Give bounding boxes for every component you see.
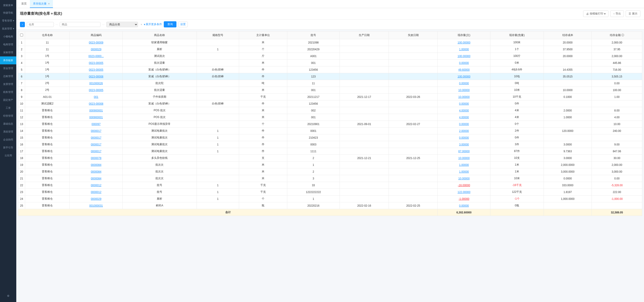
tab-close-icon[interactable]: ✕ [48, 3, 50, 5]
cell-code-23[interactable]: 0000029 [70, 196, 122, 202]
cell-name-3: 批次适量 [122, 60, 196, 66]
settings-gear-icon[interactable]: ⚙ [5, 292, 11, 299]
sidebar-search[interactable]: 搜索菜单 [0, 2, 16, 9]
cell-code-12[interactable]: 000097 [70, 121, 122, 127]
warehouse-input[interactable] [27, 22, 54, 27]
cell-code-21[interactable]: 0000012 [70, 182, 122, 189]
cell-qty-main-17[interactable]: 10.00000 [438, 155, 490, 162]
cell-amount-9 [592, 100, 642, 107]
cell-qty-main-7[interactable]: 10.00000 [438, 87, 490, 94]
cell-code-10[interactable]: 000900001 [70, 107, 122, 114]
cell-code-16[interactable]: 0000017 [70, 148, 122, 155]
cell-code-3[interactable]: 0023-00005 [70, 60, 122, 66]
cell-qty-sub-15: 3件 [490, 141, 544, 148]
cell-qty-main-2[interactable]: 100.00000 [438, 53, 490, 60]
cell-code-22[interactable]: 0000012 [70, 189, 122, 196]
tab-home[interactable]: 首页 [18, 0, 30, 8]
cell-seq-0: 1 [18, 39, 25, 46]
cell-qty-main-12[interactable]: 0.00000 [438, 121, 490, 127]
cell-qty-main-24[interactable]: 0.00000 [438, 202, 490, 209]
cell-code-7[interactable]: 0023-00005 [70, 87, 122, 94]
sidebar-item-wholesale[interactable]: 批发管理 ▾ [0, 25, 16, 33]
cell-qty-main-0[interactable]: 100.00000 [438, 39, 490, 46]
sidebar-item-ecom[interactable]: 电商管理 [0, 41, 16, 49]
cell-qty-main-14[interactable]: 0.00000 [438, 134, 490, 141]
sidebar-item-cloud[interactable]: 云应用 [0, 152, 16, 160]
cell-qty-main-3[interactable]: 0.00000 [438, 60, 490, 66]
cell-code-4[interactable]: 0023-00005 [70, 66, 122, 73]
cell-prod-date-11 [340, 114, 389, 121]
sidebar-item-small-ecom[interactable]: 小额电商 [0, 33, 16, 41]
sidebar-item-purchase[interactable]: 采购管理 [0, 49, 16, 56]
cell-qty-main-20[interactable]: 10.00000 [438, 175, 490, 182]
sidebar-item-basic-info[interactable]: 基础信息 [0, 120, 16, 128]
sidebar-item-finance[interactable]: 资金管理 [0, 64, 16, 72]
sidebar-item-ops[interactable]: 经营管理 [0, 112, 16, 120]
cell-code-17[interactable]: 0000078 [70, 155, 122, 162]
cell-qty-main-1[interactable]: 1.00000 [438, 46, 490, 53]
cell-code-11[interactable]: 000900001 [70, 114, 122, 121]
cell-code-9[interactable]: 0023-00008 [70, 100, 122, 107]
export-button[interactable]: ↑ 导出 [610, 11, 624, 17]
cell-code-8[interactable]: 001 [70, 94, 122, 100]
cell-code-0[interactable]: 0023-00009 [70, 39, 122, 46]
cell-qty-main-11[interactable]: 4.00000 [438, 114, 490, 121]
cell-qty-main-8[interactable]: 10.00000 [438, 94, 490, 100]
cell-code-24[interactable]: 001000031 [70, 202, 122, 209]
cell-qty-main-19[interactable]: 1.00000 [438, 168, 490, 175]
sidebar-item-payroll[interactable]: 工资 [0, 104, 16, 112]
cell-qty-main-4[interactable]: 49.60000 [438, 66, 490, 73]
cell-name-9: 富减（白色/奶棒） [122, 100, 196, 107]
search-button[interactable]: 查询 [164, 21, 176, 27]
cell-code-20[interactable]: 0000084 [70, 175, 122, 182]
th-batch: 批号 [287, 32, 340, 39]
setting-button[interactable]: 设置 [178, 22, 188, 27]
cell-amount-5: 3,505.15 [592, 73, 642, 80]
sidebar-item-retail[interactable]: 零售管理 ▾ [0, 17, 16, 25]
cell-seq-16: 17 [18, 148, 25, 155]
cell-qty-main-13[interactable]: 2.00000 [438, 127, 490, 134]
cell-qty-main-16[interactable]: 87.00000 [438, 148, 490, 155]
cell-qty-main-18[interactable]: 1.00000 [438, 162, 490, 168]
cell-code-1[interactable]: 0000029 [70, 46, 122, 53]
sidebar-item-fixed-assets[interactable]: 固定资产 [0, 96, 16, 104]
table-container[interactable]: 仓库名称 商品编码 商品名称 规格型号 主计量单位 批号 生产日期 失效日期 现… [16, 30, 644, 302]
cell-code-18[interactable]: 0000084 [70, 162, 122, 168]
select-all-checkbox[interactable] [20, 34, 23, 37]
cell-qty-main-21[interactable]: -16.00000 [438, 182, 490, 189]
cell-code-6[interactable]: 001000026 [70, 80, 122, 87]
cell-spec-13: 1 [196, 127, 239, 134]
filter-expand-icon[interactable]: › [20, 22, 25, 27]
sidebar-item-ledger[interactable]: 总账管理 [0, 72, 16, 80]
cell-qty-main-9[interactable]: 0.00000 [438, 100, 490, 107]
cell-code-2[interactable]: 0023-0000... [70, 53, 122, 60]
cell-qty-main-10[interactable]: 4.00000 [438, 107, 490, 114]
tab-inventory-batch[interactable]: 库存批次量 ✕ [30, 0, 53, 8]
toggle-button[interactable]: ☰ 展示 [626, 11, 640, 17]
cell-qty-main-22[interactable]: 122.00000 [438, 189, 490, 196]
sidebar-item-tax[interactable]: 税务管理 [0, 88, 16, 96]
sidebar-item-quick-nav[interactable]: 快捷导航 [0, 9, 16, 17]
sidebar-item-sys-mgmt[interactable]: 系统管理 [0, 128, 16, 136]
sidebar-item-inventory[interactable]: 库存核算 [0, 56, 16, 64]
sidebar-item-invoice[interactable]: 发票管理 [0, 80, 16, 88]
category-select[interactable]: 商品分类 [106, 22, 138, 27]
cell-code-13[interactable]: 0000017 [70, 127, 122, 134]
cell-code-5[interactable]: 0023-00008 [70, 73, 122, 80]
print-button[interactable]: 🖨 按模板打印 ▾ [583, 11, 608, 17]
sidebar-item-collab[interactable]: 企业协同 [0, 136, 16, 144]
sidebar-item-newbie[interactable]: 新手引导 [0, 144, 16, 152]
cell-code-14[interactable]: 0000017 [70, 134, 122, 141]
cell-qty-main-15[interactable]: 3.00000 [438, 141, 490, 148]
expand-conditions-button[interactable]: ▾ 展开更多条件 [144, 23, 162, 26]
cell-prod-date-21 [340, 182, 389, 189]
cell-qty-main-5[interactable]: 100.00000 [438, 73, 490, 80]
product-input[interactable] [60, 22, 100, 27]
cell-cost-15: 3.0000 [544, 141, 592, 148]
cell-code-15[interactable]: 0000017 [70, 141, 122, 148]
cell-qty-main-23[interactable]: -1.00000 [438, 196, 490, 202]
cell-code-19[interactable]: 0000084 [70, 168, 122, 175]
cell-qty-main-6[interactable]: 0.00000 [438, 80, 490, 87]
cell-spec-10 [196, 107, 239, 114]
cell-batch-15: 0003 [287, 141, 340, 148]
